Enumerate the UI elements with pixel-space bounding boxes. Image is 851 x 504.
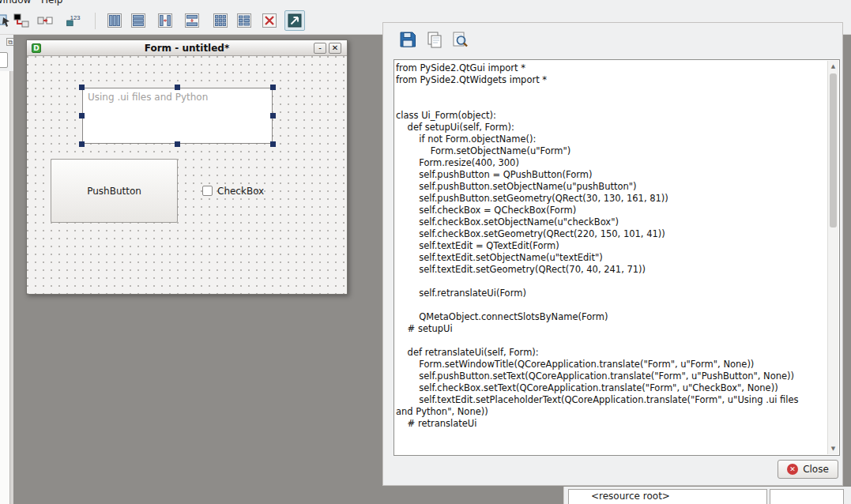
layout-vertical-icon[interactable] (128, 10, 149, 31)
code-line (396, 335, 826, 347)
code-line: def setupUi(self, Form): (396, 122, 826, 134)
edit-buddies-icon[interactable] (35, 10, 55, 31)
checkbox-label: CheckBox (217, 186, 264, 197)
code-line: if not Form.objectName(): (396, 134, 826, 145)
selection-handle-top-left[interactable] (79, 85, 85, 90)
save-icon[interactable] (397, 29, 418, 50)
code-line (396, 98, 826, 110)
widget-box-panel[interactable] (0, 71, 10, 504)
code-line: self.pushButton.setText(QCoreApplication… (396, 370, 826, 382)
code-text-area[interactable]: from PySide2.QtGui import *from PySide2.… (393, 59, 840, 456)
code-line: QMetaObject.connectSlotsByName(Form) (396, 311, 826, 323)
pushbutton-widget[interactable]: PushButton (51, 159, 178, 223)
code-preview-dialog: from PySide2.QtGui import *from PySide2.… (382, 22, 843, 486)
layout-form-icon[interactable] (234, 10, 254, 31)
selection-handle-bottom-left[interactable] (79, 141, 85, 147)
menu-window[interactable]: Window (0, 0, 31, 6)
find-icon[interactable] (450, 29, 470, 50)
code-vertical-scrollbar[interactable]: ▲ ▼ (827, 61, 838, 454)
code-line: self.textEdit.setObjectName(u"textEdit") (396, 252, 826, 264)
code-line: # setupUi (396, 323, 826, 335)
toolbar-separator (95, 13, 96, 29)
textedit-field[interactable]: Using .ui files and Python (82, 88, 273, 144)
edit-tab-order-icon[interactable]: 123 (62, 10, 85, 31)
form-window-titlebar[interactable]: D Form - untitled* - ✕ (27, 40, 347, 56)
resource-detail-box[interactable] (770, 489, 844, 504)
edit-signals-slots-icon[interactable] (11, 10, 32, 31)
code-line: self.textEdit.setPlaceholderText(QCoreAp… (396, 394, 826, 406)
checkbox-box[interactable] (202, 186, 213, 196)
layout-horizontal-icon[interactable] (104, 10, 125, 31)
close-red-icon: ✕ (787, 464, 798, 475)
code-line: self.pushButton.setGeometry(QRect(30, 13… (396, 193, 826, 205)
menu-help[interactable]: Help (41, 0, 62, 6)
scrollbar-thumb[interactable] (830, 73, 837, 228)
selection-handle-top-middle[interactable] (175, 85, 180, 90)
code-line (396, 299, 826, 311)
svg-text:123: 123 (70, 14, 81, 21)
selection-handle-bottom-middle[interactable] (175, 141, 180, 147)
textedit-widget[interactable]: Using .ui files and Python (82, 88, 273, 144)
code-line: def retranslateUi(self, Form): (396, 347, 826, 359)
form-window: D Form - untitled* - ✕ Using .ui files a… (26, 39, 348, 295)
layout-grid-icon[interactable] (210, 10, 231, 31)
qt-designer-screen: Window Help 123 (0, 0, 851, 504)
selection-handle-bottom-right[interactable] (270, 141, 276, 147)
code-lines: from PySide2.QtGui import *from PySide2.… (396, 62, 826, 453)
code-line: # retranslateUi (396, 418, 826, 430)
resource-root-item[interactable]: <resource root> (568, 489, 767, 504)
code-line: self.checkBox = QCheckBox(Form) (396, 205, 826, 216)
close-button-form[interactable]: ✕ (329, 43, 341, 54)
code-line (396, 276, 826, 288)
layout-horizontal-splitter-icon[interactable] (155, 10, 175, 31)
code-line: from PySide2.QtGui import * (396, 62, 826, 74)
textedit-placeholder: Using .ui files and Python (83, 88, 272, 106)
code-line: self.textEdit.setGeometry(QRect(70, 40, … (396, 264, 826, 276)
adjust-size-icon[interactable] (284, 10, 305, 31)
code-line: self.checkBox.setGeometry(QRect(220, 150… (396, 228, 826, 240)
code-line: self.pushButton.setObjectName(u"pushButt… (396, 181, 826, 193)
selection-handle-middle-left[interactable] (79, 113, 85, 118)
code-line: self.checkBox.setObjectName(u"checkBox") (396, 216, 826, 228)
widget-filter-input[interactable] (0, 52, 8, 68)
scroll-down-icon[interactable]: ▼ (828, 443, 838, 454)
code-line: class Ui_Form(object): (396, 110, 826, 122)
code-line: self.textEdit = QTextEdit(Form) (396, 240, 826, 252)
code-line: and Python", None)) (396, 406, 826, 418)
code-line: from PySide2.QtWidgets import * (396, 74, 826, 86)
close-dialog-button[interactable]: ✕ Close (778, 460, 838, 479)
minimize-button[interactable]: - (314, 43, 326, 54)
copy-icon[interactable] (424, 29, 445, 50)
code-line: self.retranslateUi(Form) (396, 288, 826, 299)
code-line: self.pushButton = QPushButton(Form) (396, 169, 826, 181)
form-canvas[interactable]: Using .ui files and Python PushButton Ch… (27, 56, 347, 294)
selection-handle-top-right[interactable] (270, 85, 276, 90)
resource-browser-panel: <resource root> (563, 487, 851, 504)
layout-vertical-splitter-icon[interactable] (182, 10, 202, 31)
selection-handle-middle-right[interactable] (270, 113, 276, 118)
scroll-up-icon[interactable]: ▲ (828, 61, 838, 72)
code-line: Form.setWindowTitle(QCoreApplication.tra… (396, 359, 826, 370)
code-line: Form.setObjectName(u"Form") (396, 145, 826, 157)
code-line: Form.resize(400, 300) (396, 157, 826, 169)
break-layout-icon[interactable] (259, 10, 280, 31)
code-line (396, 86, 826, 98)
widget-box-dock: ⧉ ✕ (0, 35, 13, 504)
form-window-title: Form - untitled* (27, 43, 347, 54)
checkbox-widget[interactable]: CheckBox (201, 175, 281, 207)
close-button-label: Close (803, 464, 829, 475)
code-line: self.checkBox.setText(QCoreApplication.t… (396, 382, 826, 394)
menubar: Window Help (0, 0, 851, 7)
